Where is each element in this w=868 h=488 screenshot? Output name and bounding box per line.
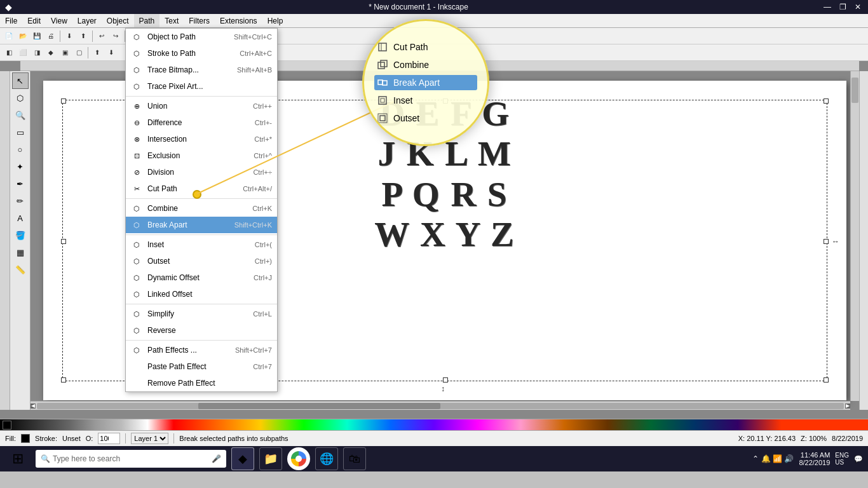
minimize-button[interactable]: — [822,2,832,12]
dynamic-offset-icon: ⬡ [131,272,142,283]
circle-tool[interactable]: ○ [12,141,29,158]
path-effects-shortcut: Shift+Ctrl+7 [235,346,272,354]
fill-color-swatch[interactable] [21,434,30,443]
measure-tool[interactable]: 📏 [12,261,29,278]
notification-icon: 💬 [854,455,863,463]
taskbar-app-chrome[interactable] [287,447,310,470]
paste-path-effect-label: Paste Path Effect [147,362,207,371]
star-tool[interactable]: ✦ [12,158,29,175]
opacity-input[interactable] [98,433,120,444]
open-button[interactable]: 📂 [17,30,29,43]
menu-filters[interactable]: Filters [184,14,215,27]
align-left-button[interactable]: ◧ [3,46,15,59]
menu-union[interactable]: ⊕ Union Ctrl++ [126,98,277,114]
trace-bitmap-label: Trace Bitmap... [147,65,199,74]
new-button[interactable]: 📄 [3,30,15,43]
select-tool[interactable]: ↖ [12,72,29,89]
raise-button[interactable]: ⬆ [91,46,104,59]
layer-select[interactable]: Layer 1 [131,433,168,444]
horizontal-scrollbar[interactable]: ◀ ▶ [31,401,850,410]
search-placeholder: Type here to search [53,454,120,463]
status-sep-2 [173,433,174,444]
menu-linked-offset[interactable]: ⬡ Linked Offset [126,286,277,302]
menu-extensions[interactable]: Extensions [215,14,262,27]
path-effects-label: Path Effects ... [147,346,197,355]
menu-edit[interactable]: Edit [22,14,46,27]
menu-difference[interactable]: ⊖ Difference Ctrl+- [126,114,277,131]
division-shortcut: Ctrl+÷ [253,168,272,176]
menu-object[interactable]: Object [102,14,134,27]
taskbar-app-edge[interactable]: 🌐 [315,447,338,470]
menu-view[interactable]: View [46,14,72,27]
lower-button[interactable]: ⬇ [105,46,118,59]
menu-inset[interactable]: ⬡ Inset Ctrl+( [126,236,277,253]
union-shortcut: Ctrl++ [253,102,272,110]
dd-sep-1 [126,96,277,97]
stroke-value: Unset [62,435,81,442]
menu-cut-path[interactable]: ✂ Cut Path Ctrl+Alt+/ [126,180,277,197]
menu-text[interactable]: Text [159,14,184,27]
taskbar-app-folder[interactable]: 📁 [259,447,282,470]
undo-button[interactable]: ↩ [95,30,108,43]
inset-shortcut: Ctrl+( [255,241,272,248]
start-button[interactable]: ⊞ [5,447,31,470]
menu-path-effects[interactable]: ⬡ Path Effects ... Shift+Ctrl+7 [126,342,277,358]
color-palette[interactable] [0,419,868,430]
menu-dynamic-offset[interactable]: ⬡ Dynamic Offset Ctrl+J [126,269,277,286]
menu-path[interactable]: Path [134,14,160,27]
ungroup-button[interactable]: ▢ [72,46,85,59]
break-apart-indicator-dot [193,190,201,199]
dd-sep-3 [126,234,277,235]
menu-help[interactable]: Help [262,14,288,27]
menu-trace-pixel-art[interactable]: ⬡ Trace Pixel Art... [126,78,277,95]
menu-simplify[interactable]: ⬡ Simplify Ctrl+L [126,306,277,322]
close-button[interactable]: ✕ [853,2,863,12]
search-bar[interactable]: 🔍 Type here to search 🎤 [36,450,226,468]
menu-object-to-path[interactable]: ⬡ Object to Path Shift+Ctrl+C [126,29,277,45]
menu-break-apart[interactable]: ⬡ Break Apart Shift+Ctrl+K [126,217,277,233]
menu-file[interactable]: File [0,14,22,27]
export-button[interactable]: ⬆ [77,30,90,43]
node-button[interactable]: ◆ [44,46,57,59]
menu-remove-path-effect[interactable]: Remove Path Effect [126,375,277,391]
vertical-scrollbar[interactable] [850,71,859,401]
redo-button[interactable]: ↪ [109,30,122,43]
menu-stroke-to-path[interactable]: ⬡ Stroke to Path Ctrl+Alt+C [126,45,277,62]
save-button[interactable]: 💾 [31,30,43,43]
menu-intersection[interactable]: ⊗ Intersection Ctrl+* [126,131,277,147]
menu-outset[interactable]: ⬡ Outset Ctrl+) [126,253,277,269]
menu-layer[interactable]: Layer [72,14,102,27]
group-button[interactable]: ▣ [58,46,71,59]
division-icon: ⊘ [131,166,142,178]
menu-trace-bitmap[interactable]: ⬡ Trace Bitmap... Shift+Alt+B [126,62,277,78]
intersection-label: Intersection [147,135,187,144]
taskbar-app-store[interactable]: 🛍 [343,447,366,470]
menu-combine[interactable]: ⬡ Combine Ctrl+K [126,200,277,217]
pencil-tool[interactable]: ✏ [12,193,29,209]
taskbar-app-inkscape[interactable]: ◆ [231,447,254,470]
date-display: 8/22/2019 [799,459,830,466]
difference-label: Difference [147,118,182,127]
align-right-button[interactable]: ◨ [31,46,43,59]
pen-tool[interactable]: ✒ [12,175,29,192]
text-tool[interactable]: A [12,210,29,226]
menu-reverse[interactable]: ⬡ Reverse [126,322,277,339]
import-button[interactable]: ⬇ [63,30,76,43]
fill-tool[interactable]: 🪣 [12,227,29,243]
zoom-tool[interactable]: 🔍 [12,107,29,123]
gradient-tool[interactable]: ▦ [12,244,29,261]
print-button[interactable]: 🖨 [44,30,57,43]
simplify-shortcut: Ctrl+L [253,310,272,318]
menu-exclusion[interactable]: ⊡ Exclusion Ctrl+^ [126,147,277,164]
menu-paste-path-effect[interactable]: Paste Path Effect Ctrl+7 [126,358,277,375]
color-none[interactable] [3,421,11,430]
title-bar: ◆ * New document 1 - Inkscape — ❐ ✕ [0,0,868,14]
restore-button[interactable]: ❐ [837,2,848,12]
exclusion-shortcut: Ctrl+^ [254,152,272,159]
rect-tool[interactable]: ▭ [12,124,29,140]
align-center-button[interactable]: ⬜ [17,46,29,59]
outset-label: Outset [147,257,170,266]
node-tool[interactable]: ⬡ [12,90,29,106]
dd-sep-5 [126,340,277,341]
menu-division[interactable]: ⊘ Division Ctrl+÷ [126,164,277,180]
